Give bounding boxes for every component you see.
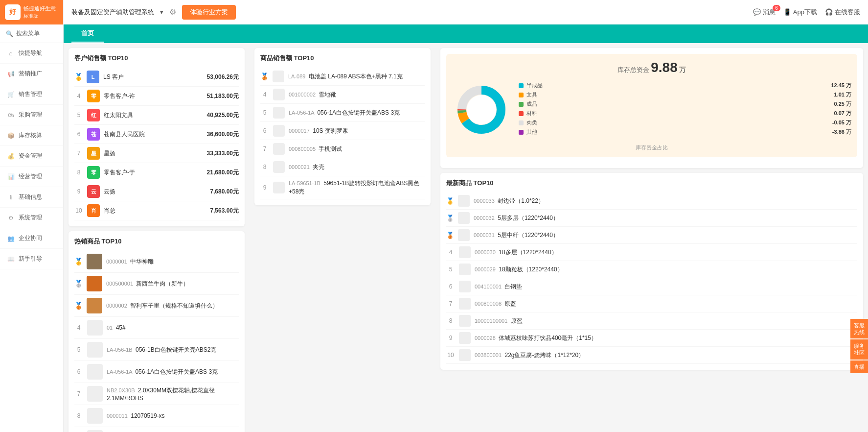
- newprod-info: 0000028 体城荔枝味苏打饮品400毫升（1*15）: [475, 334, 857, 342]
- customer-rank-item: 10 肖 肖总 7,563.00元: [74, 201, 239, 220]
- customer-name: LS 客户: [103, 73, 203, 81]
- legend-item: 半成品 12.45 万: [519, 82, 851, 89]
- rank-num: 6: [446, 283, 455, 290]
- nav-label-cooperation: 企业协同: [19, 234, 42, 242]
- sidebar-item-cooperation[interactable]: 👥 企业协同: [0, 228, 63, 249]
- newprod-info: 10000100001 原盔: [475, 317, 857, 325]
- product-rank-item: 🥉 LA-089 电池盖 LA-089 ABS本色+黑种 7.1克: [260, 68, 425, 86]
- sidebar-item-quicknav[interactable]: ⌂ 快捷导航: [0, 43, 63, 64]
- app-download-btn[interactable]: 📱 App下载: [783, 8, 817, 17]
- product-rank-item: 7 000800005 手机测试: [260, 140, 425, 158]
- rank-num: 5: [260, 109, 269, 116]
- customer-rank-card: 客户销售额 TOP10 🥇 L LS 客户 53,006.26元 4 零 零售客…: [69, 48, 245, 226]
- hot-product-item: 🥇 0000001 中华神雕: [74, 251, 239, 273]
- customer-amount: 51,183.00元: [207, 92, 239, 100]
- newprod-info: 000800008 原盔: [475, 300, 857, 308]
- sidebar-item-basic-info[interactable]: ℹ 基础信息: [0, 187, 63, 208]
- newprod-code: 0000029: [475, 266, 497, 272]
- sidebar-item-sales[interactable]: 🛒 销售管理: [0, 84, 63, 105]
- newprod-code: 10000100001: [475, 318, 509, 324]
- tab-home[interactable]: 首页: [71, 25, 104, 43]
- rank-num: 8: [74, 169, 83, 176]
- newprod-thumb: [459, 349, 471, 361]
- product-thumb: [273, 143, 285, 155]
- newprod-code: 0000032: [474, 215, 496, 221]
- newprod-item: 8 10000100001 原盔: [446, 312, 857, 330]
- product-thumb: [87, 276, 102, 291]
- product-info: 001000002 雪地靴: [289, 91, 425, 99]
- newprod-code: 003800001: [475, 352, 503, 358]
- cart-icon: 🛒: [7, 91, 15, 98]
- customer-rank-item: 6 苍 苍南县人民医院 36,600.00元: [74, 125, 239, 144]
- sidebar-item-management[interactable]: 📊 经营管理: [0, 167, 63, 187]
- bronze-medal-icon: 🥉: [260, 72, 269, 80]
- newprod-thumb: [458, 195, 470, 207]
- legend-name: 半成品: [526, 82, 828, 89]
- sidebar-item-guide[interactable]: 📖 新手引导: [0, 249, 63, 269]
- product-rank-item: 9 LA-59651-1B 59651-1B旋转投影灯电池盒ABS黑色+58壳: [260, 176, 425, 199]
- nav-label-marketing: 营销推广: [19, 70, 42, 78]
- rank-num: 4: [74, 93, 83, 99]
- legend-item: 文具 1.01 万: [519, 91, 851, 98]
- newprod-item: 7 000800008 原盔: [446, 295, 857, 312]
- customer-amount: 40,925.00元: [207, 111, 239, 120]
- product-name: 45#: [116, 324, 126, 331]
- product-code: LA-089: [288, 73, 307, 79]
- legend-color: [519, 111, 524, 116]
- customer-name: 苍南县人民医院: [104, 130, 203, 139]
- rank-num: 6: [260, 127, 269, 134]
- newprod-item: 🥇 0000033 封边带（1.0*22）: [446, 192, 857, 210]
- newprod-thumb: [458, 229, 470, 241]
- money-icon: 💰: [7, 152, 15, 160]
- product-thumb: [87, 364, 103, 380]
- search-menu[interactable]: 🔍 搜索菜单: [0, 24, 63, 43]
- donut-area: 半成品 12.45 万 文具 1.01 万 成品 0.25 万 材料 0.07 …: [452, 80, 851, 139]
- newprod-code: 0000033: [474, 198, 496, 204]
- rank-num: 7: [260, 145, 269, 152]
- rank-num: 9: [74, 188, 83, 195]
- legend-value: 0.25 万: [834, 100, 851, 108]
- customer-rank-item: 5 红 红太阳文具 40,925.00元: [74, 106, 239, 125]
- newprod-item: 10 003800001 22g鱼豆腐-烧烤味（1*12*20）: [446, 347, 857, 364]
- customer-name: 星扬: [104, 149, 203, 158]
- legend-name: 文具: [526, 91, 831, 98]
- newprod-name: 5层多层（1220*2440）: [498, 215, 559, 221]
- legend-item: 肉类 -0.05 万: [519, 119, 851, 126]
- rank-num: 4: [446, 249, 455, 256]
- sidebar-item-purchase[interactable]: 🛍 采购管理: [0, 105, 63, 125]
- sidebar-item-inventory[interactable]: 📦 库存核算: [0, 125, 63, 146]
- float-btn-community[interactable]: 服务社区: [850, 339, 868, 360]
- customer-badge: 红: [87, 109, 100, 121]
- legend-name: 其他: [526, 128, 829, 136]
- product-info: 0000021 夹壳: [289, 163, 425, 171]
- experience-btn[interactable]: 体验行业方案: [182, 5, 236, 20]
- product-name: 12070519-xs: [131, 412, 164, 419]
- customer-rank-item: 8 零 零售客户-于 21,680.00元: [74, 163, 239, 182]
- silver-medal-icon: 🥈: [74, 280, 83, 288]
- newprod-item: 9 0000028 体城荔枝味苏打饮品400毫升（1*15）: [446, 330, 857, 347]
- newprod-thumb: [459, 332, 471, 344]
- hot-list: 🥇 0000001 中华神雕 🥈 000500001 新西兰牛肉（新牛） 🥉 0…: [74, 251, 239, 432]
- content-area: 客户销售额 TOP10 🥇 L LS 客户 53,006.26元 4 零 零售客…: [64, 43, 868, 432]
- product-code: 01: [107, 325, 114, 331]
- sidebar-item-finance[interactable]: 💰 资金管理: [0, 146, 63, 167]
- newprod-code: 004100001: [475, 284, 503, 289]
- info-icon: ℹ: [7, 193, 15, 201]
- sidebar-item-marketing[interactable]: 📢 营销推广: [0, 64, 63, 84]
- settings-icon[interactable]: ⚙: [169, 7, 176, 17]
- nav-label-system: 系统管理: [19, 214, 42, 222]
- product-thumb: [87, 254, 102, 269]
- rank-num: 9: [260, 184, 269, 191]
- online-service-btn[interactable]: 🎧 在线客服: [825, 8, 860, 17]
- rank-num: 4: [260, 91, 269, 98]
- system-dropdown[interactable]: ▾: [160, 8, 163, 16]
- product-name: 电池盖 LA-089 ABS本色+黑种 7.1克: [309, 73, 403, 80]
- nav-label-purchase: 采购管理: [19, 111, 42, 119]
- sidebar-item-system[interactable]: ⚙ 系统管理: [0, 208, 63, 228]
- newprod-info: 0000029 18颗粒板（1220*2440）: [475, 265, 857, 274]
- inventory-total: 库存总资金 9.88 万: [452, 60, 851, 75]
- inventory-donut-chart: [452, 80, 511, 139]
- float-btn-hotline[interactable]: 客服热线: [850, 319, 868, 339]
- message-btn[interactable]: 💬 消息 6: [753, 8, 776, 17]
- float-btn-live[interactable]: 直播: [850, 360, 868, 373]
